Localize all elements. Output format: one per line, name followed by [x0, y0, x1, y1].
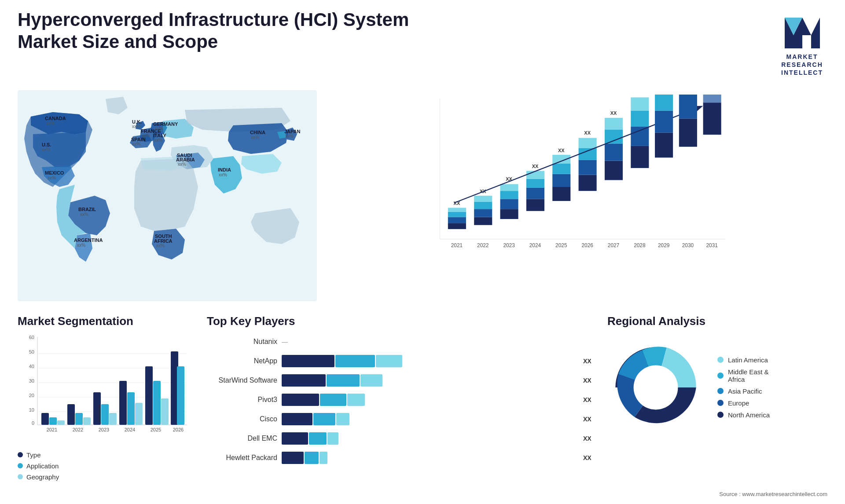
player-name-netapp: NetApp — [207, 357, 277, 365]
dot-middle-east-africa — [717, 373, 724, 379]
svg-text:2029: 2029 — [658, 242, 670, 248]
svg-text:xx%: xx% — [132, 124, 140, 129]
svg-rect-90 — [655, 110, 673, 132]
svg-text:2031: 2031 — [706, 242, 718, 248]
svg-text:2027: 2027 — [608, 242, 619, 248]
regional-legend: Latin America Middle East &Africa Asia P… — [717, 356, 770, 419]
player-hewlett-packard: Hewlett Packard XX — [207, 451, 594, 465]
svg-rect-82 — [631, 146, 649, 168]
svg-rect-134 — [161, 398, 169, 425]
svg-text:0: 0 — [32, 420, 34, 426]
player-starwind: StarWind Software XX — [207, 373, 594, 387]
svg-text:xx%: xx% — [46, 121, 55, 126]
donut-chart — [607, 339, 704, 436]
svg-rect-130 — [135, 403, 143, 425]
donut-container: Latin America Middle East &Africa Asia P… — [607, 339, 827, 436]
legend-application: Application — [18, 462, 194, 470]
svg-rect-72 — [579, 148, 597, 160]
svg-text:2025: 2025 — [555, 242, 567, 248]
logo: MARKET RESEARCH INTELLECT — [777, 9, 827, 81]
svg-text:XX: XX — [636, 95, 643, 95]
bar-chart-svg: XX 2021 XX 2022 — [334, 95, 819, 279]
player-value-starwind: XX — [583, 377, 594, 384]
player-pivot3: Pivot3 XX — [207, 393, 594, 407]
player-value-cisco: XX — [583, 416, 594, 423]
svg-rect-71 — [579, 160, 597, 175]
player-value-pivot3: XX — [583, 396, 594, 403]
svg-rect-98 — [703, 102, 721, 135]
svg-rect-85 — [631, 97, 649, 110]
page-title: Hyperconverged Infrastructure (HCI) Syst… — [18, 9, 414, 53]
svg-rect-128 — [119, 381, 127, 425]
svg-text:50: 50 — [29, 349, 34, 354]
page-container: Hyperconverged Infrastructure (HCI) Syst… — [0, 0, 845, 504]
growth-chart-section: XX 2021 XX 2022 — [326, 90, 827, 301]
svg-rect-47 — [474, 209, 492, 217]
svg-rect-73 — [579, 138, 597, 148]
world-map: CANADA xx% U.S. xx% MEXICO xx% BRAZIL xx… — [18, 90, 317, 301]
legend-geography: Geography — [18, 473, 194, 481]
svg-rect-54 — [500, 191, 518, 199]
player-nutanix: Nutanix — — [207, 335, 594, 349]
svg-text:xx%: xx% — [77, 243, 85, 248]
svg-text:XX: XX — [558, 147, 565, 153]
svg-text:MEXICO: MEXICO — [45, 170, 64, 175]
svg-rect-49 — [474, 196, 492, 202]
players-section: Top Key Players Nutanix — NetApp — [207, 314, 594, 481]
svg-rect-124 — [93, 392, 101, 425]
svg-text:20: 20 — [29, 393, 34, 398]
header: Hyperconverged Infrastructure (HCI) Syst… — [18, 9, 827, 81]
svg-text:INDIA: INDIA — [218, 167, 231, 172]
svg-rect-91 — [655, 95, 673, 111]
svg-rect-58 — [526, 199, 544, 211]
svg-rect-84 — [631, 110, 649, 127]
player-bar-hewlett-packard: XX — [282, 451, 594, 465]
player-netapp: NetApp XX — [207, 354, 594, 368]
dot-latin-america — [717, 357, 724, 363]
svg-text:2024: 2024 — [125, 427, 135, 432]
svg-text:2023: 2023 — [503, 242, 515, 248]
svg-rect-61 — [526, 171, 544, 179]
svg-text:2026: 2026 — [173, 427, 184, 432]
svg-point-139 — [634, 365, 678, 409]
players-list: Nutanix — NetApp — [207, 335, 594, 465]
svg-text:2022: 2022 — [73, 427, 83, 432]
svg-text:2030: 2030 — [682, 242, 694, 248]
svg-text:xx%: xx% — [285, 134, 294, 139]
legend-north-america: North America — [717, 411, 770, 419]
svg-text:xx%: xx% — [156, 243, 165, 248]
dot-north-america — [717, 412, 724, 418]
svg-text:BRAZIL: BRAZIL — [78, 207, 96, 212]
svg-rect-43 — [448, 208, 466, 212]
legend-dot-application — [18, 463, 23, 468]
svg-rect-76 — [605, 161, 623, 180]
svg-text:xx%: xx% — [80, 212, 88, 217]
svg-rect-132 — [145, 366, 153, 425]
svg-rect-78 — [605, 129, 623, 143]
svg-text:2026: 2026 — [581, 242, 593, 248]
svg-rect-55 — [500, 184, 518, 191]
player-bar-nutanix: — — [282, 335, 594, 349]
svg-text:xx%: xx% — [251, 135, 259, 140]
player-name-starwind: StarWind Software — [207, 376, 277, 384]
svg-text:2021: 2021 — [451, 242, 463, 248]
legend-middle-east-africa: Middle East &Africa — [717, 368, 770, 383]
svg-text:xx%: xx% — [219, 172, 227, 177]
svg-text:2024: 2024 — [529, 242, 541, 248]
svg-text:CANADA: CANADA — [45, 116, 66, 121]
legend-dot-type — [18, 452, 23, 457]
svg-rect-64 — [552, 187, 570, 201]
svg-rect-118 — [57, 420, 65, 425]
players-title: Top Key Players — [207, 314, 594, 328]
regional-title: Regional Analysis — [607, 314, 827, 328]
svg-text:XX: XX — [584, 130, 591, 135]
svg-rect-41 — [448, 217, 466, 223]
svg-rect-137 — [177, 366, 184, 425]
svg-rect-79 — [605, 118, 623, 129]
svg-text:xx%: xx% — [132, 142, 140, 146]
svg-text:xx%: xx% — [154, 138, 162, 142]
player-name-dell-emc: Dell EMC — [207, 435, 277, 442]
segmentation-chart: 60 50 40 30 20 10 0 — [18, 335, 194, 445]
svg-text:10: 10 — [29, 407, 34, 413]
svg-rect-59 — [526, 187, 544, 199]
